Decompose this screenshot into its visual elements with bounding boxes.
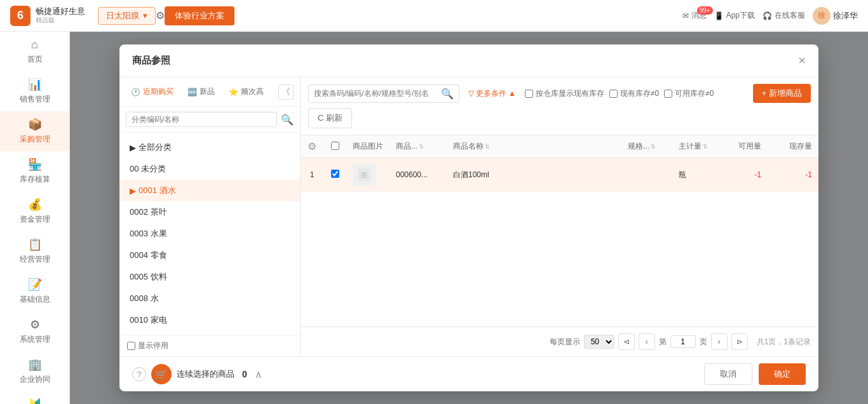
cart-section: ? 🛒 连续选择的商品 0 ∧ xyxy=(132,364,262,384)
messages-button[interactable]: ✉ 消息 99+ xyxy=(682,10,707,21)
category-list: ▶ 全部分类 00 未分类 ▶ 0001 酒水 0002 茶 xyxy=(119,133,300,335)
trial-button[interactable]: 体验行业方案 xyxy=(165,6,234,25)
th-image: 商品图片 xyxy=(346,135,390,158)
nav-chevron-icon: ▾ xyxy=(143,11,147,20)
row-num: 1 xyxy=(301,158,323,192)
sidebar-item-operation[interactable]: 📋 经营管理 xyxy=(0,231,69,271)
th-unit[interactable]: 主计量⇅ xyxy=(672,135,717,158)
row-checkbox[interactable] xyxy=(323,158,346,192)
category-item-0004[interactable]: 0004 零食 xyxy=(119,245,300,266)
new-tab[interactable]: 🆕 新品 xyxy=(182,84,220,100)
last-page-button[interactable]: ⊳ xyxy=(731,333,748,350)
sidebar-item-finance[interactable]: 💰 资金管理 xyxy=(0,191,69,231)
th-code[interactable]: 商品...⇅ xyxy=(390,135,447,158)
page-number-input[interactable] xyxy=(670,335,696,348)
app-download-button[interactable]: 📱 App下载 xyxy=(714,10,755,21)
warehouse-checkbox-input[interactable] xyxy=(525,90,533,98)
add-product-button[interactable]: + 新增商品 xyxy=(753,84,811,103)
product-search-input[interactable] xyxy=(309,86,436,100)
user-area[interactable]: 徐 徐泽华 xyxy=(813,7,858,25)
refresh-button[interactable]: C 刷新 xyxy=(308,108,352,128)
show-disabled-checkbox[interactable] xyxy=(127,342,135,350)
first-page-button[interactable]: ⊲ xyxy=(618,333,635,350)
category-item-0005[interactable]: 0005 饮料 xyxy=(119,266,300,288)
sidebar-item-sales[interactable]: 📊 销售管理 xyxy=(0,71,69,111)
modal-footer: ? 🛒 连续选择的商品 0 ∧ 取消 确定 xyxy=(119,356,818,391)
cart-icon[interactable]: 🛒 xyxy=(151,364,172,384)
current-stock-checkbox[interactable]: 现有库存≠0 xyxy=(609,88,659,99)
row-name: 白酒100ml xyxy=(447,158,621,192)
category-item-0002[interactable]: 0002 茶叶 xyxy=(119,201,300,223)
th-name[interactable]: 商品名称⇅ xyxy=(447,135,621,158)
category-item-0001[interactable]: ▶ 0001 酒水 xyxy=(119,180,300,201)
collapse-arrow-icon[interactable]: ∧ xyxy=(255,368,262,380)
nav-brand[interactable]: 日太阳膜 ▾ xyxy=(98,7,156,25)
sales-icon: 📊 xyxy=(28,77,42,91)
product-thumbnail: 图 xyxy=(353,163,376,186)
frequent-tab[interactable]: ⭐ 频次高 xyxy=(224,84,269,100)
row-select-checkbox[interactable] xyxy=(331,170,339,178)
column-settings-icon[interactable]: ⚙ xyxy=(308,141,316,152)
warehouse-display-checkbox[interactable]: 按仓库显示现有库存 xyxy=(525,88,604,99)
per-page-select[interactable]: 50 xyxy=(584,335,614,349)
prev-page-button[interactable]: ‹ xyxy=(639,333,655,350)
left-top-tabs: 🕐 近期购买 🆕 新品 ⭐ 频次高 《 xyxy=(119,77,300,107)
new-icon: 🆕 xyxy=(187,88,197,97)
mobile-icon: 📱 xyxy=(714,11,724,20)
category-search-icon[interactable]: 🔍 xyxy=(281,114,294,126)
cancel-button[interactable]: 取消 xyxy=(704,363,752,385)
sidebar-item-guide[interactable]: 🔰 新手引导 xyxy=(0,391,69,404)
purchase-icon: 📦 xyxy=(28,118,42,131)
select-all-checkbox[interactable] xyxy=(331,142,339,150)
category-item-0003[interactable]: 0003 水果 xyxy=(119,223,300,245)
recent-tab[interactable]: 🕐 近期购买 xyxy=(126,84,179,100)
finance-icon: 💰 xyxy=(28,198,42,212)
sidebar-item-label: 库存核算 xyxy=(20,174,50,185)
table-row[interactable]: 1 图 000600... 白酒100ml 瓶 -1 -1 xyxy=(301,158,818,192)
collapse-panel-button[interactable]: 《 xyxy=(278,84,294,100)
avatar: 徐 xyxy=(813,7,831,25)
gear-icon[interactable]: ⚙ xyxy=(156,10,165,22)
sidebar-item-corp[interactable]: 🏢 企业协同 xyxy=(0,351,69,391)
category-item-00[interactable]: 00 未分类 xyxy=(119,158,300,180)
available-stock-checkbox-input[interactable] xyxy=(664,90,672,98)
th-settings[interactable]: ⚙ xyxy=(301,135,323,158)
sidebar-item-label: 销售管理 xyxy=(20,94,50,105)
sidebar-item-home[interactable]: ⌂ 首页 xyxy=(0,32,69,71)
product-toolbar: 🔍 ▽ 更多条件 ▲ 按仓库显示现有库存 xyxy=(301,77,818,135)
logo-area: 6 畅捷通好生意 精品版 xyxy=(10,6,85,26)
expand-icon: ▶ xyxy=(130,143,136,152)
headset-icon: 🎧 xyxy=(763,11,772,20)
filter-button[interactable]: ▽ 更多条件 ▲ xyxy=(465,86,520,102)
total-info: 共1页，1条记录 xyxy=(757,337,811,347)
row-code: 000600... xyxy=(390,158,447,192)
confirm-button[interactable]: 确定 xyxy=(759,363,806,385)
online-service-button[interactable]: 🎧 在线客服 xyxy=(763,10,805,21)
brand-name: 畅捷通好生意 xyxy=(36,6,85,17)
next-page-button[interactable]: › xyxy=(711,333,728,350)
modal-close-button[interactable]: × xyxy=(798,53,806,68)
category-search-input[interactable] xyxy=(126,112,277,127)
corp-icon: 🏢 xyxy=(28,358,42,372)
row-spec xyxy=(621,158,672,192)
category-item-0010[interactable]: 0010 家电 xyxy=(119,309,300,331)
main-layout: ⌂ 首页 📊 销售管理 📦 采购管理 🏪 库存核算 💰 资金管理 📋 经营管理 … xyxy=(0,32,868,404)
th-spec[interactable]: 规格...⇅ xyxy=(621,135,672,158)
show-disabled-label[interactable]: 显示停用 xyxy=(127,340,168,351)
sidebar-item-purchase[interactable]: 📦 采购管理 xyxy=(0,111,69,151)
help-icon[interactable]: ? xyxy=(132,367,146,381)
sidebar-item-system[interactable]: ⚙ 系统管理 xyxy=(0,311,69,351)
star-icon: ⭐ xyxy=(229,88,238,97)
sidebar-item-label: 企业协同 xyxy=(20,374,50,385)
row-image: 图 xyxy=(346,158,390,192)
pagination: 每页显示 50 ⊲ ‹ 第 页 › ⊳ 共1页，1条记录 xyxy=(301,327,818,356)
category-item-all[interactable]: ▶ 全部分类 xyxy=(119,137,300,158)
th-checkbox[interactable] xyxy=(323,135,346,158)
sidebar-item-basic[interactable]: 📝 基础信息 xyxy=(0,271,69,311)
category-item-0008[interactable]: 0008 水 xyxy=(119,288,300,309)
current-stock-checkbox-input[interactable] xyxy=(609,90,618,98)
sidebar-item-stock[interactable]: 🏪 库存核算 xyxy=(0,151,69,191)
product-search-button[interactable]: 🔍 xyxy=(436,85,459,102)
username: 徐泽华 xyxy=(833,10,858,22)
available-stock-checkbox[interactable]: 可用库存≠0 xyxy=(664,88,714,99)
